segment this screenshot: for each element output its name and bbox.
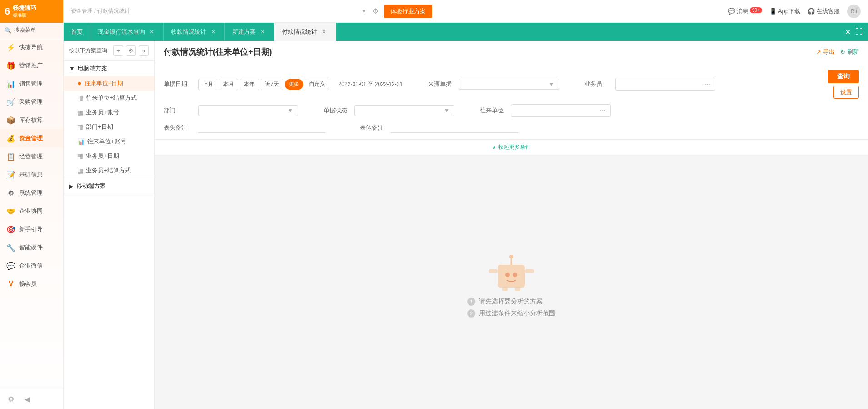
sidebar-item-label: 经营管理 [19, 152, 43, 161]
collapse-bar[interactable]: ∧ 收起更多条件 [155, 140, 868, 155]
page-header: 付款情况统计(往来单位+日期) ↗ 导出 ↻ 刷新 [155, 41, 868, 63]
voucher-status-arrow: ▼ [444, 107, 449, 114]
scheme-unit-settle[interactable]: ▦ 往来单位+结算方式 [64, 91, 154, 105]
desktop-group-header[interactable]: ▼ 电脑端方案 [64, 61, 154, 76]
online-service[interactable]: 🎧 在线客服 [808, 7, 840, 15]
scheme-unit-account[interactable]: 📊 往来单位+账号 [64, 134, 154, 149]
note-body-input[interactable] [391, 122, 518, 133]
settings-btn[interactable]: 设置 [833, 86, 859, 99]
refresh-btn[interactable]: ↻ 刷新 [840, 48, 859, 56]
tab-receipt-label: 收款情况统计 [171, 28, 206, 36]
btn-more[interactable]: 更多 [285, 79, 303, 90]
note-header-input[interactable] [198, 122, 325, 133]
sidebar-item-zhineng[interactable]: 🔧 智能硬件 [0, 238, 63, 257]
tab-new[interactable]: 新建方案 ✕ [225, 23, 274, 41]
tab-bank-close[interactable]: ✕ [148, 28, 156, 36]
sidebar-item-label: 企业微信 [19, 262, 43, 270]
cart-icon: 🛒 [6, 97, 15, 106]
salesman-select[interactable]: ··· [615, 78, 715, 91]
user-avatar[interactable]: Rit [847, 5, 861, 18]
svg-rect-6 [489, 269, 498, 273]
panel-header-icons: + ⚙ « [113, 45, 149, 56]
btn-this-month[interactable]: 本月 [219, 79, 238, 90]
sidebar-item-qiye[interactable]: 🤝 企业协同 [0, 202, 63, 220]
message-badge: 99+ [750, 7, 762, 13]
svg-point-5 [509, 255, 513, 258]
close-all-icon[interactable]: ✕ [845, 28, 851, 36]
tab-new-close[interactable]: ✕ [259, 28, 267, 36]
app-download[interactable]: 📱 App下载 [769, 7, 800, 15]
tab-receipt[interactable]: 收款情况统计 ✕ [164, 23, 225, 41]
sidebar-item-jichu[interactable]: 📝 基础信息 [0, 166, 63, 184]
empty-state: 1 请先选择要分析的方案 2 用过滤条件来缩小分析范围 [155, 155, 868, 409]
mobile-group-label: 移动端方案 [76, 182, 106, 190]
collapse-sidebar-icon[interactable]: ◀ [21, 393, 34, 405]
settings-gear-icon[interactable]: ⚙ [372, 7, 379, 15]
settings-icon[interactable]: ⚙ [5, 393, 17, 405]
export-btn[interactable]: ↗ 导出 [816, 48, 835, 56]
scheme-staff-settle[interactable]: ▦ 业务员+结算方式 [64, 163, 154, 178]
scheme-icon-4: 📊 [77, 138, 85, 145]
btn-custom[interactable]: 自定义 [305, 79, 329, 90]
sidebar-item-kuaijie[interactable]: ⚡ 快捷导航 [0, 38, 63, 56]
sidebar-item-huiyuan[interactable]: V 畅会员 [0, 275, 63, 293]
scheme-unit-date[interactable]: ● 往来单位+日期 [64, 76, 154, 91]
search-menu[interactable]: 🔍 搜索菜单 [0, 23, 63, 38]
source-select[interactable]: ▼ [459, 79, 559, 90]
active-scheme-icon: ● [77, 79, 82, 87]
info-icon: 📝 [6, 170, 15, 179]
sidebar-item-xiaoshou[interactable]: 📊 销售管理 [0, 75, 63, 93]
salesman-label: 业务员 [584, 80, 612, 88]
partner-label: 往来单位 [480, 106, 507, 115]
scheme-staff-date[interactable]: ▦ 业务员+日期 [64, 149, 154, 163]
scheme-item-label: 往来单位+账号 [87, 137, 126, 146]
btn-this-year[interactable]: 本年 [240, 79, 259, 90]
message-label: 消息 [737, 7, 748, 15]
tab-bank[interactable]: 现金银行流水查询 ✕ [90, 23, 164, 41]
btn-last-month[interactable]: 上月 [198, 79, 217, 90]
salesman-more-icon[interactable]: ··· [704, 80, 710, 88]
sidebar-item-wechat[interactable]: 💬 企业微信 [0, 257, 63, 275]
chevron-down-icon: ▼ [69, 65, 75, 72]
money-icon: 💰 [6, 134, 15, 143]
gear-icon: ⚙ [6, 188, 15, 197]
voucher-status-select[interactable]: ▼ [354, 105, 454, 116]
note-body-label: 表体备注 [360, 124, 387, 132]
tab-home[interactable]: 首页 [64, 23, 90, 41]
scheme-dept-date[interactable]: ▦ 部门+日期 [64, 120, 154, 134]
btn-last-7days[interactable]: 近7天 [261, 79, 283, 90]
scheme-staff-account[interactable]: ▦ 业务员+账号 [64, 105, 154, 120]
scheme-icon-2: ▦ [77, 109, 83, 116]
sidebar-item-label: 企业协同 [19, 207, 43, 215]
dept-select[interactable]: ▼ [198, 105, 298, 116]
sidebar-item-xitong[interactable]: ⚙ 系统管理 [0, 184, 63, 202]
scheme-item-label: 业务员+账号 [86, 108, 119, 116]
sidebar-item-jingying[interactable]: 📋 经营管理 [0, 147, 63, 166]
box-icon: 📦 [6, 116, 15, 125]
add-scheme-btn[interactable]: + [113, 45, 123, 56]
sidebar-item-zijin[interactable]: 💰 资金管理 [0, 129, 63, 147]
query-btn[interactable]: 查询 [828, 70, 859, 83]
partner-select[interactable]: ··· [511, 104, 611, 117]
sidebar-item-xinshou[interactable]: 🎯 新手引导 [0, 220, 63, 238]
partner-more-icon[interactable]: ··· [600, 106, 606, 115]
sidebar-item-caigou[interactable]: 🛒 采购管理 [0, 93, 63, 111]
tab-payment-close[interactable]: ✕ [320, 28, 328, 36]
sidebar-item-kucun[interactable]: 📦 库存核算 [0, 111, 63, 129]
collapse-panel-btn[interactable]: « [139, 45, 149, 56]
desktop-scheme-group: ▼ 电脑端方案 ● 往来单位+日期 ▦ 往来单位+结算方式 ▦ 业务员+账号 ▦ [64, 61, 154, 178]
trial-btn[interactable]: 体验行业方案 [384, 5, 432, 18]
date-range-text: 2022-01-01 至 2022-12-31 [339, 81, 403, 88]
sidebar-item-yingxiao[interactable]: 🎁 营销推广 [0, 56, 63, 75]
tab-payment[interactable]: 付款情况统计 ✕ [274, 23, 336, 41]
scheme-item-label: 往来单位+日期 [85, 79, 124, 87]
search-label: 搜索菜单 [14, 26, 36, 34]
mobile-scheme-group: ▶ 移动端方案 [64, 178, 154, 194]
mobile-group-header[interactable]: ▶ 移动端方案 [64, 178, 154, 194]
scheme-settings-btn[interactable]: ⚙ [126, 45, 136, 56]
tab-receipt-close[interactable]: ✕ [209, 28, 217, 36]
logo-sub: 标准版 [13, 12, 36, 19]
maximize-icon[interactable]: ⛶ [855, 28, 863, 36]
message-area[interactable]: 💬 消息 99+ [728, 7, 762, 15]
filter-right-actions: 查询 设置 [828, 70, 859, 99]
